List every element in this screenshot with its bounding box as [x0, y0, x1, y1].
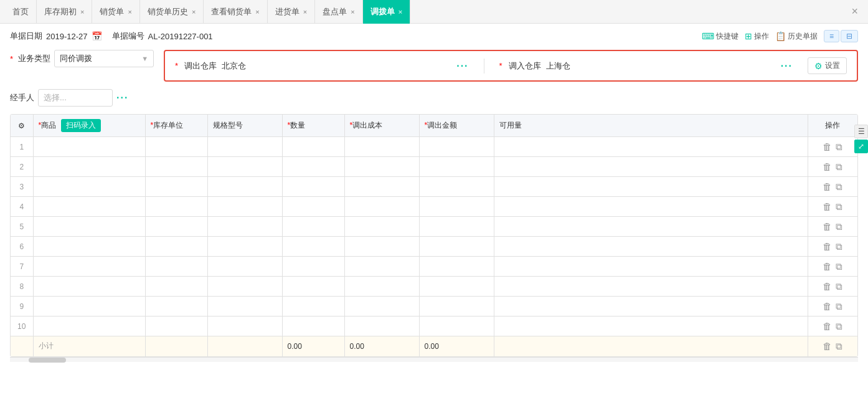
- row-amount-9[interactable]: [419, 297, 494, 316]
- row-spec-10[interactable]: [207, 316, 282, 336]
- scan-button[interactable]: 扫码录入: [61, 119, 101, 132]
- delete-icon-9[interactable]: 🗑: [823, 301, 832, 312]
- row-cost-2[interactable]: [344, 157, 419, 177]
- row-ops-9[interactable]: 🗑⧉: [808, 297, 857, 316]
- row-cost-5[interactable]: [344, 217, 419, 237]
- delete-icon-7[interactable]: 🗑: [823, 261, 832, 272]
- row-ops-6[interactable]: 🗑⧉: [808, 237, 857, 257]
- row-product-1[interactable]: [33, 137, 145, 157]
- row-cost-1[interactable]: [344, 137, 419, 157]
- row-ops-11[interactable]: 🗑⧉: [808, 336, 857, 356]
- copy-icon-11[interactable]: ⧉: [836, 341, 842, 352]
- scrollbar-thumb[interactable]: [29, 358, 66, 363]
- row-qty-5[interactable]: [282, 217, 344, 237]
- operations-button[interactable]: ⊞ 操作: [745, 31, 769, 42]
- row-spec-6[interactable]: [207, 237, 282, 257]
- history-button[interactable]: 📋 历史单据: [775, 31, 818, 42]
- row-product-5[interactable]: [33, 217, 145, 237]
- tab-view-sales[interactable]: 查看销货单 ×: [204, 0, 267, 24]
- row-unit-4[interactable]: [145, 197, 207, 217]
- tab-inventory-init-close[interactable]: ×: [80, 8, 84, 16]
- row-unit-5[interactable]: [145, 217, 207, 237]
- row-ops-5[interactable]: 🗑⧉: [808, 217, 857, 237]
- tab-home[interactable]: 首页: [5, 0, 37, 24]
- row-product-6[interactable]: [33, 237, 145, 257]
- tab-sales-order-close[interactable]: ×: [128, 8, 131, 16]
- row-spec-9[interactable]: [207, 297, 282, 316]
- row-amount-5[interactable]: [419, 217, 494, 237]
- row-ops-1[interactable]: 🗑⧉: [808, 137, 857, 157]
- window-close-button[interactable]: ×: [846, 5, 863, 18]
- row-cost-7[interactable]: [344, 257, 419, 277]
- row-qty-2[interactable]: [282, 157, 344, 177]
- tab-purchase-order[interactable]: 进货单 ×: [268, 0, 315, 24]
- tab-transfer-order-close[interactable]: ×: [399, 8, 402, 16]
- tab-view-sales-close[interactable]: ×: [255, 8, 259, 16]
- row-amount-6[interactable]: [419, 237, 494, 257]
- row-cost-4[interactable]: [344, 197, 419, 217]
- row-amount-10[interactable]: [419, 316, 494, 336]
- copy-icon-2[interactable]: ⧉: [836, 161, 842, 173]
- person-more-btn[interactable]: ···: [116, 92, 128, 103]
- copy-icon-1[interactable]: ⧉: [836, 141, 842, 153]
- tab-sales-history[interactable]: 销货单历史 ×: [140, 0, 204, 24]
- row-product-4[interactable]: [33, 197, 145, 217]
- tab-inventory-check[interactable]: 盘点单 ×: [315, 0, 362, 24]
- delete-icon-11[interactable]: 🗑: [823, 341, 832, 351]
- copy-icon-4[interactable]: ⧉: [836, 201, 842, 212]
- settings-button[interactable]: ⚙ 设置: [808, 57, 847, 74]
- sidebar-list-icon-btn[interactable]: ☰: [854, 125, 868, 138]
- table-settings-icon[interactable]: ⚙: [18, 121, 25, 130]
- row-unit-8[interactable]: [145, 277, 207, 297]
- row-spec-1[interactable]: [207, 137, 282, 157]
- row-qty-1[interactable]: [282, 137, 344, 157]
- row-cost-8[interactable]: [344, 277, 419, 297]
- row-unit-7[interactable]: [145, 257, 207, 277]
- row-qty-7[interactable]: [282, 257, 344, 277]
- layout-btn-2[interactable]: ⊟: [841, 30, 858, 42]
- row-amount-3[interactable]: [419, 177, 494, 197]
- row-spec-5[interactable]: [207, 217, 282, 237]
- row-amount-7[interactable]: [419, 257, 494, 277]
- row-qty-10[interactable]: [282, 316, 344, 336]
- tab-inventory-check-close[interactable]: ×: [351, 8, 354, 16]
- delete-icon-10[interactable]: 🗑: [823, 321, 832, 331]
- person-select[interactable]: 选择...: [38, 89, 113, 107]
- delete-icon-8[interactable]: 🗑: [823, 281, 832, 292]
- delete-icon-6[interactable]: 🗑: [823, 241, 832, 252]
- row-qty-6[interactable]: [282, 237, 344, 257]
- tab-sales-history-close[interactable]: ×: [192, 8, 196, 16]
- row-cost-3[interactable]: [344, 177, 419, 197]
- copy-icon-8[interactable]: ⧉: [836, 281, 842, 292]
- row-amount-2[interactable]: [419, 157, 494, 177]
- calendar-icon[interactable]: 📅: [92, 31, 102, 41]
- delete-icon-4[interactable]: 🗑: [823, 201, 832, 212]
- row-product-10[interactable]: [33, 316, 145, 336]
- row-amount-4[interactable]: [419, 197, 494, 217]
- delete-icon-5[interactable]: 🗑: [823, 221, 832, 232]
- row-spec-3[interactable]: [207, 177, 282, 197]
- row-spec-8[interactable]: [207, 277, 282, 297]
- row-ops-7[interactable]: 🗑⧉: [808, 257, 857, 277]
- row-unit-2[interactable]: [145, 157, 207, 177]
- tab-sales-order[interactable]: 销货单 ×: [92, 0, 139, 24]
- row-ops-4[interactable]: 🗑⧉: [808, 197, 857, 217]
- horizontal-scrollbar[interactable]: [10, 357, 858, 362]
- row-unit-6[interactable]: [145, 237, 207, 257]
- layout-btn-1[interactable]: ≡: [824, 30, 839, 42]
- row-unit-9[interactable]: [145, 297, 207, 316]
- row-product-3[interactable]: [33, 177, 145, 197]
- business-type-select[interactable]: 同价调拨 ▼: [54, 50, 154, 67]
- row-qty-3[interactable]: [282, 177, 344, 197]
- sidebar-expand-icon-btn[interactable]: ⤢: [854, 140, 868, 153]
- row-spec-7[interactable]: [207, 257, 282, 277]
- row-product-9[interactable]: [33, 297, 145, 316]
- row-cost-9[interactable]: [344, 297, 419, 316]
- row-product-8[interactable]: [33, 277, 145, 297]
- delete-icon-3[interactable]: 🗑: [823, 181, 832, 192]
- row-product-7[interactable]: [33, 257, 145, 277]
- row-spec-4[interactable]: [207, 197, 282, 217]
- row-amount-8[interactable]: [419, 277, 494, 297]
- tab-inventory-init[interactable]: 库存期初 ×: [37, 0, 92, 24]
- tab-transfer-order[interactable]: 调拨单 ×: [363, 0, 410, 24]
